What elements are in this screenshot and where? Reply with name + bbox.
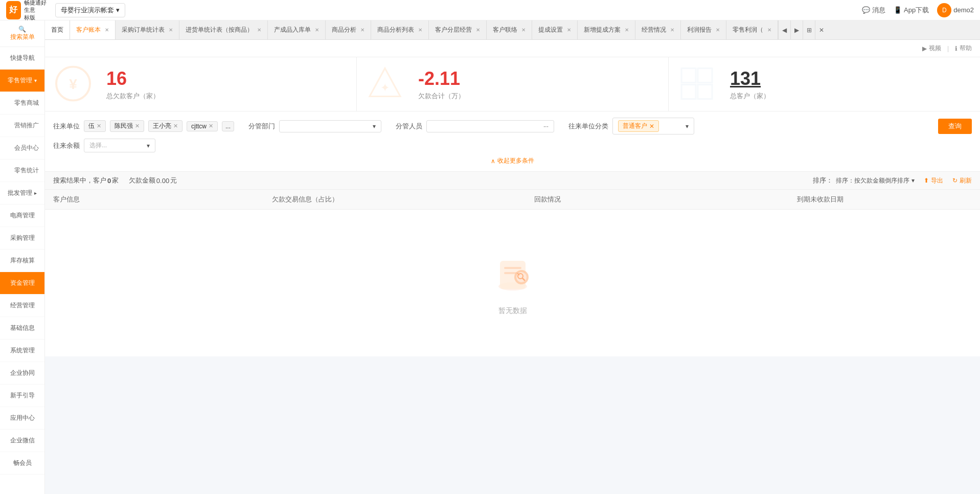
refresh-button[interactable]: ↻ 刷新 [952, 176, 972, 185]
sidebar-item-wholesale-mgmt[interactable]: 批发管理 ▸ [0, 182, 44, 205]
stat-debt-amount-label: 欠款合计（万） [418, 92, 465, 101]
tab-close-icon[interactable]: ✕ [360, 27, 364, 33]
tab-close-icon[interactable]: ✕ [767, 27, 771, 33]
help-button[interactable]: ℹ 帮助 [955, 44, 972, 53]
filter-tag-wu[interactable]: 伍 ✕ [84, 120, 106, 132]
sidebar-item-retail-stats[interactable]: 零售统计 [0, 160, 44, 182]
tab-close-icon[interactable]: ✕ [625, 27, 629, 33]
sidebar-item-member-center[interactable]: 会员中心 [0, 137, 44, 160]
filter-tag-cjttcw[interactable]: cjttcw ✕ [187, 121, 218, 131]
sidebar-item-enterprise-coop[interactable]: 企业协同 [0, 362, 44, 385]
account-selector[interactable]: 母婴行业演示帐套 ▾ [55, 3, 125, 17]
customer-type-tag: 普通客户 ✕ [618, 120, 659, 132]
tab-customer-segment[interactable]: 客户分层经营 ✕ [429, 20, 487, 40]
collapse-button[interactable]: ∧ 收起更多条件 [491, 156, 534, 165]
sidebar-item-system-mgmt[interactable]: 系统管理 [0, 340, 44, 362]
tab-inbound-stat[interactable]: 进货单统计表（按商品） ✕ [179, 20, 268, 40]
tab-close-icon[interactable]: ✕ [418, 27, 422, 33]
stats-row: ¥ 16 总欠款客户（家） ✦ [45, 57, 980, 111]
col-header-customer: 客户信息 [53, 195, 272, 204]
sidebar-item-retail-mall[interactable]: 零售商城 [0, 92, 44, 115]
table-header: 客户信息 欠款交易信息（占比） 回款情况 到期未收款日期 [45, 190, 980, 210]
logo-text: 畅捷通好生意 标版 [24, 0, 51, 21]
tab-close-icon[interactable]: ✕ [670, 27, 674, 33]
video-button[interactable]: ▶ 视频 [922, 44, 941, 53]
filter-tag-wang[interactable]: 王小亮 ✕ [148, 120, 183, 132]
unit-type-select[interactable]: 普通客户 ✕ ▾ [612, 118, 694, 134]
tab-close-icon[interactable]: ✕ [169, 27, 173, 33]
sidebar-item-basic-info[interactable]: 基础信息 [0, 317, 44, 340]
sidebar-item-app-center[interactable]: 应用中心 [0, 407, 44, 430]
chevron-down-icon: ▾ [147, 142, 150, 149]
tag-close-icon[interactable]: ✕ [135, 123, 140, 129]
top-bar: 好 畅捷通好生意 标版 母婴行业演示帐套 ▾ 💬 消息 📱 App下载 D de… [0, 0, 980, 20]
tab-close-icon[interactable]: ✕ [105, 27, 109, 33]
svg-rect-6 [681, 84, 696, 99]
stat-card-debt-customers: ¥ 16 总欠款客户（家） [45, 57, 357, 111]
more-tags-button[interactable]: ... [222, 121, 234, 131]
tag-close-icon[interactable]: ✕ [173, 123, 178, 129]
unit-filter-label: 往来单位 [53, 122, 80, 131]
tab-profit-report[interactable]: 利润报告 ✕ [681, 20, 726, 40]
sidebar-search[interactable]: 🔍 搜索菜单 [0, 20, 44, 47]
sidebar-item-operation-mgmt[interactable]: 经营管理 [0, 295, 44, 317]
sidebar-item-ecommerce-mgmt[interactable]: 电商管理 [0, 205, 44, 227]
tab-product-inbound[interactable]: 产成品入库单 ✕ [268, 20, 326, 40]
sidebar-item-purchase-mgmt[interactable]: 采购管理 [0, 227, 44, 250]
tag-close-icon[interactable]: ✕ [97, 123, 101, 129]
message-icon: 💬 [862, 6, 870, 14]
tab-scroll-left[interactable]: ◀ [778, 20, 790, 40]
sidebar-item-inventory-check[interactable]: 库存核算 [0, 250, 44, 272]
sidebar-item-vip-member[interactable]: 畅会员 [0, 452, 44, 475]
tab-new-raise-plan[interactable]: 新增提成方案 ✕ [578, 20, 635, 40]
tab-close-icon[interactable]: ✕ [476, 27, 480, 33]
stat-debt-customers-number: 16 [106, 68, 159, 89]
stat-total-customers-label: 总客户（家） [730, 92, 770, 101]
tab-home[interactable]: 首页 [45, 20, 70, 40]
tab-customer-contact[interactable]: 客户联络 ✕ [487, 20, 532, 40]
dept-select[interactable]: ▾ [279, 120, 381, 132]
user-menu[interactable]: D demo2 [937, 3, 974, 17]
tab-close-all[interactable]: ✕ [815, 20, 827, 40]
sort-label: 排序： [813, 176, 833, 185]
tab-expand[interactable]: ⊞ [803, 20, 815, 40]
tag-close-icon[interactable]: ✕ [649, 123, 654, 130]
sidebar-item-retail-mgmt[interactable]: 零售管理 ▾ [0, 70, 44, 92]
person-select[interactable]: ··· [426, 120, 554, 132]
mobile-icon: 📱 [894, 6, 902, 14]
sidebar-item-new-user-guide[interactable]: 新手引导 [0, 385, 44, 407]
tab-close-icon[interactable]: ✕ [315, 27, 319, 33]
remainder-select[interactable]: 选择... ▾ [84, 139, 155, 152]
logo: 好 畅捷通好生意 标版 [6, 0, 51, 21]
stat-debt-customers-label: 总欠款客户（家） [106, 92, 159, 101]
app-download-button[interactable]: 📱 App下载 [894, 6, 929, 15]
tab-customer-account[interactable]: 客户账本 ✕ [70, 20, 116, 40]
query-button[interactable]: 查询 [938, 119, 972, 134]
tab-close-icon[interactable]: ✕ [521, 27, 526, 33]
sidebar-item-marketing[interactable]: 营销推广 [0, 115, 44, 137]
dept-filter-label: 分管部门 [248, 122, 275, 131]
tab-close-icon[interactable]: ✕ [257, 27, 261, 33]
sort-select[interactable]: 排序：按欠款金额倒序排序 ▾ [836, 176, 915, 185]
sidebar-item-quick-nav[interactable]: 快捷导航 [0, 47, 44, 70]
tab-purchase-order[interactable]: 采购订单统计表 ✕ [116, 20, 179, 40]
sidebar-item-capital-mgmt[interactable]: 资金管理 [0, 272, 44, 295]
message-button[interactable]: 💬 消息 [862, 6, 885, 15]
collapse-row: ∧ 收起更多条件 [53, 156, 972, 165]
tab-retail-profit[interactable]: 零售利润（ ✕ [726, 20, 778, 40]
tab-product-analysis[interactable]: 商品分析 ✕ [326, 20, 371, 40]
filter-tag-chen[interactable]: 陈民强 ✕ [110, 120, 144, 132]
tab-close-icon[interactable]: ✕ [567, 27, 571, 33]
tab-close-icon[interactable]: ✕ [716, 27, 720, 33]
data-table: 客户信息 欠款交易信息（占比） 回款情况 到期未收款日期 [45, 190, 980, 356]
tag-close-icon[interactable]: ✕ [209, 123, 213, 129]
sidebar-item-enterprise-wechat[interactable]: 企业微信 [0, 430, 44, 452]
tab-scroll-right[interactable]: ▶ [790, 20, 803, 40]
filter-row-2: 往来余额 选择... ▾ [53, 139, 972, 152]
tab-raise-settings[interactable]: 提成设置 ✕ [532, 20, 578, 40]
export-button[interactable]: ⬆ 导出 [924, 176, 943, 185]
tab-product-analysis-list[interactable]: 商品分析列表 ✕ [371, 20, 429, 40]
svg-text:✦: ✦ [380, 81, 390, 94]
stat-card-total-customers: 131 总客户（家） [669, 57, 980, 111]
tab-operation[interactable]: 经营情况 ✕ [635, 20, 681, 40]
